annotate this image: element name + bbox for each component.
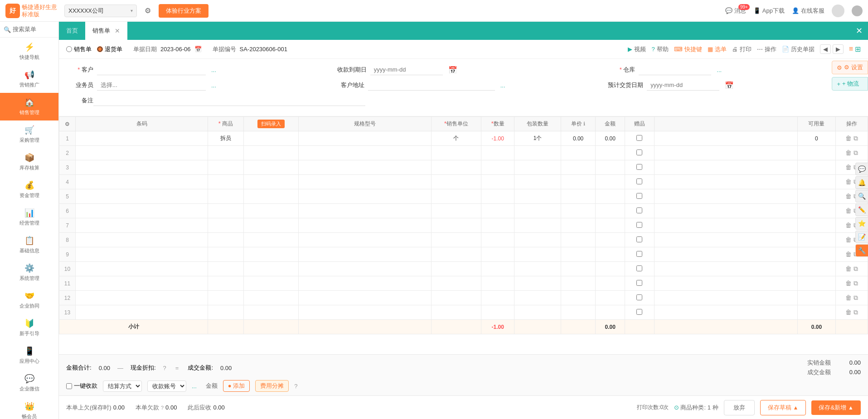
one-click-pay-checkbox[interactable]: [66, 383, 72, 389]
sidebar-item-operations[interactable]: 📊 经营管理: [0, 203, 58, 231]
sidebar-item-marketing[interactable]: 📢 营销推广: [0, 65, 58, 93]
tab-maximize-button[interactable]: ✕: [856, 26, 863, 36]
cell-barcode[interactable]: [76, 305, 208, 320]
barcode-input[interactable]: [79, 193, 204, 200]
delete-icon[interactable]: 🗑: [845, 178, 852, 186]
message-button[interactable]: 💬 消息 99+: [725, 7, 746, 15]
online-support-button[interactable]: 👤 在线客服: [792, 7, 824, 15]
delete-icon[interactable]: 🗑: [845, 207, 852, 215]
customer-addr-input[interactable]: [368, 80, 495, 91]
copy-icon[interactable]: ⧉: [853, 308, 858, 316]
barcode-input[interactable]: [79, 309, 204, 316]
cell-spec[interactable]: [299, 189, 431, 204]
radio-sales-order[interactable]: 销售单: [66, 45, 92, 53]
sidebar-item-inventory[interactable]: 📦 库存核算: [0, 148, 58, 176]
delete-icon[interactable]: 🗑: [845, 250, 852, 258]
spec-input[interactable]: [302, 294, 427, 301]
sidebar-item-quick-nav[interactable]: ⚡ 快捷导航: [0, 38, 58, 65]
th-scan[interactable]: 扫码录入: [243, 117, 299, 131]
delete-icon[interactable]: 🗑: [845, 279, 852, 287]
settlement-select[interactable]: 结算方式: [103, 380, 142, 392]
save-new-button[interactable]: 保存&新增 ▲: [811, 400, 861, 415]
barcode-input[interactable]: [79, 149, 204, 156]
scan-button[interactable]: 扫码录入: [257, 120, 285, 128]
customer-input[interactable]: [97, 64, 206, 75]
next-arrow-button[interactable]: ▶: [833, 44, 844, 54]
operation-link[interactable]: ⋯ 操作: [757, 45, 776, 53]
customer-addr-dots[interactable]: ...: [500, 82, 505, 89]
video-link[interactable]: ▶ 视频: [628, 45, 646, 53]
cell-barcode[interactable]: [76, 175, 208, 189]
copy-icon[interactable]: ⧉: [853, 265, 858, 273]
sidebar-item-basics[interactable]: 📋 基础信息: [0, 231, 58, 259]
tab-close-button[interactable]: ✕: [115, 27, 120, 34]
delete-icon[interactable]: 🗑: [845, 236, 852, 244]
gift-checkbox[interactable]: [636, 309, 642, 315]
cell-spec[interactable]: [299, 175, 431, 189]
cell-barcode[interactable]: [76, 233, 208, 247]
barcode-input[interactable]: [79, 164, 204, 171]
cell-barcode[interactable]: [76, 262, 208, 276]
total-debt-icon[interactable]: ?: [161, 405, 164, 410]
due-date-calendar-icon[interactable]: 📅: [448, 66, 457, 74]
remarks-input[interactable]: [93, 95, 365, 106]
cell-spec[interactable]: [299, 276, 431, 291]
salesperson-dots[interactable]: ...: [211, 82, 216, 89]
cell-spec[interactable]: [299, 204, 431, 218]
tab-home[interactable]: 首页: [59, 22, 85, 40]
gift-checkbox[interactable]: [636, 265, 642, 271]
sidebar-item-finance[interactable]: 💰 资金管理: [0, 176, 58, 203]
cell-barcode[interactable]: [76, 204, 208, 218]
shortcut-link[interactable]: ⌨ 快捷键: [674, 45, 702, 53]
barcode-input[interactable]: [79, 280, 204, 287]
expected-date-calendar-icon[interactable]: 📅: [725, 81, 734, 90]
filter-link[interactable]: ▦ 选单: [708, 45, 727, 53]
settings-button[interactable]: ⚙ ⚙ 设置: [832, 61, 868, 74]
spec-input[interactable]: [302, 135, 427, 142]
barcode-input[interactable]: [79, 207, 204, 214]
save-draft-button[interactable]: 保存草稿 ▲: [760, 400, 806, 415]
sidebar-item-members[interactable]: 👑 畅会员: [0, 397, 58, 419]
cell-spec[interactable]: [299, 262, 431, 276]
delete-icon[interactable]: 🗑: [845, 308, 852, 316]
history-link[interactable]: 📄 历史单据: [782, 45, 815, 53]
expected-date-input[interactable]: [647, 80, 719, 91]
print-link[interactable]: 🖨 打印: [732, 45, 752, 53]
account-dots[interactable]: ...: [192, 383, 197, 390]
calendar-icon[interactable]: 📅: [194, 46, 202, 53]
logistics-button[interactable]: + + 物流: [832, 77, 868, 91]
barcode-input[interactable]: [79, 251, 204, 258]
delete-icon[interactable]: 🗑: [845, 149, 852, 157]
radio-return-order[interactable]: 退货单: [97, 45, 122, 53]
gift-checkbox[interactable]: [636, 294, 642, 300]
due-date-input[interactable]: [370, 64, 443, 75]
spec-input[interactable]: [302, 207, 427, 214]
delete-icon[interactable]: 🗑: [845, 222, 852, 229]
gift-checkbox[interactable]: [636, 178, 642, 184]
gift-checkbox[interactable]: [636, 149, 642, 155]
float-btn-4[interactable]: ✏️: [855, 203, 868, 216]
cell-spec[interactable]: [299, 131, 431, 146]
barcode-input[interactable]: [79, 178, 204, 185]
list-view-icon[interactable]: ≡: [849, 45, 853, 53]
gift-checkbox[interactable]: [636, 222, 642, 228]
expense-button[interactable]: 费用分摊: [255, 380, 289, 392]
radio-return-input[interactable]: [97, 46, 103, 52]
sidebar-item-enterprise[interactable]: 🤝 企业协同: [0, 286, 58, 314]
spec-input[interactable]: [302, 193, 427, 200]
radio-sales-input[interactable]: [66, 46, 72, 52]
cell-barcode[interactable]: [76, 146, 208, 160]
spec-input[interactable]: [302, 251, 427, 258]
sidebar-item-apps[interactable]: 📱 应用中心: [0, 342, 58, 369]
sidebar-item-wechat[interactable]: 💬 企业微信: [0, 369, 58, 397]
sidebar-search[interactable]: 🔍 搜索菜单: [0, 22, 58, 38]
gift-checkbox[interactable]: [636, 280, 642, 286]
tab-sales-order[interactable]: 销售单 ✕: [85, 22, 127, 40]
spec-input[interactable]: [302, 222, 427, 229]
avatar[interactable]: [832, 5, 844, 17]
sidebar-item-purchase[interactable]: 🛒 采购管理: [0, 120, 58, 148]
barcode-input[interactable]: [79, 222, 204, 229]
grid-view-icon[interactable]: ⊞: [855, 45, 861, 53]
cell-barcode[interactable]: [76, 131, 208, 146]
copy-icon[interactable]: ⧉: [853, 294, 858, 302]
